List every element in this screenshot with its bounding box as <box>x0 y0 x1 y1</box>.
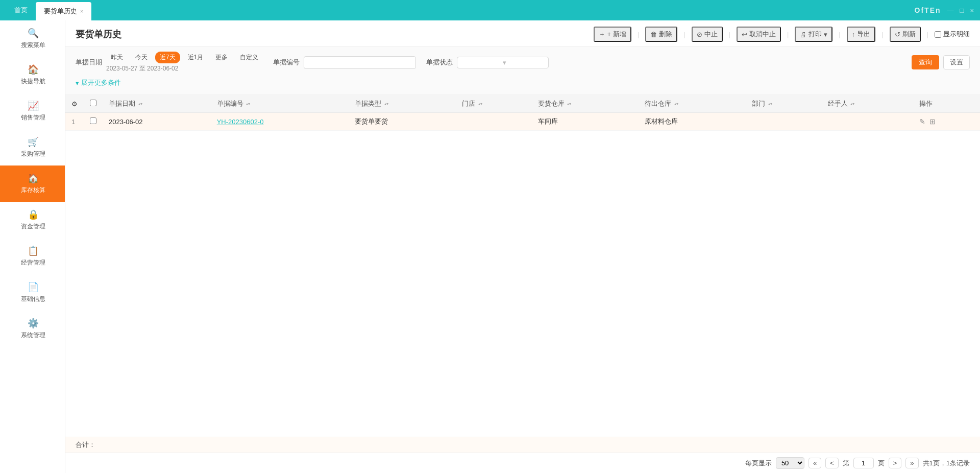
page-suffix: 页 <box>878 459 885 468</box>
delete-button[interactable]: 🗑 删除 <box>645 27 677 42</box>
sidebar-item-inventory[interactable]: 🏠 库存核算 <box>0 165 65 202</box>
tab-history-label: 要货单历史 <box>44 7 77 16</box>
page-label: 第 <box>843 459 849 468</box>
sidebar-item-purchase[interactable]: 🛒 采购管理 <box>0 129 65 165</box>
tab-home-label: 首页 <box>14 6 28 15</box>
col-order-no[interactable]: 单据编号 ▴▾ <box>211 95 349 113</box>
expand-filter-button[interactable]: ▾ 展开更多条件 <box>76 76 970 89</box>
sep5: | <box>839 31 840 38</box>
refresh-button[interactable]: ↺ 刷新 <box>890 27 921 42</box>
date-btn-1month[interactable]: 近1月 <box>183 52 208 63</box>
new-button[interactable]: ＋ + 新增 <box>594 27 631 42</box>
sidebar-item-sales-label: 销售管理 <box>21 113 45 122</box>
sidebar-item-base-info[interactable]: 📄 基础信息 <box>0 274 65 311</box>
stop-button[interactable]: ⊘ 中止 <box>692 27 723 42</box>
top-bar: 首页 要货单历史 × OfTEn — □ × <box>0 0 980 20</box>
print-label: 打印 <box>808 30 822 39</box>
col-order-no-label: 单据编号 <box>217 100 243 107</box>
page-size-select[interactable]: 20 50 100 <box>776 457 804 469</box>
chevron-down-icon: ▾ <box>503 59 544 66</box>
col-checkbox <box>84 95 103 113</box>
row-order-no-link[interactable]: YH-20230602-0 <box>217 118 264 126</box>
sidebar-item-sales[interactable]: 📈 销售管理 <box>0 93 65 129</box>
print-button[interactable]: 🖨 打印 ▾ <box>795 27 832 42</box>
col-type-label: 单据类型 <box>355 100 381 107</box>
date-range-display: 2023-05-27 至 2023-06-02 <box>106 64 263 73</box>
col-handler[interactable]: 经手人 ▴▾ <box>822 95 913 113</box>
settings-button[interactable]: 设置 <box>943 55 970 69</box>
search-icon: 🔍 <box>28 28 39 39</box>
col-settings[interactable]: ⚙ <box>65 95 84 113</box>
sidebar-item-operations-label: 经营管理 <box>21 258 45 267</box>
row-checkbox[interactable] <box>90 117 96 124</box>
home-icon: 🏠 <box>28 64 39 75</box>
sidebar-item-quick-nav[interactable]: 🏠 快捷导航 <box>0 57 65 93</box>
toolbar: ＋ + 新增 | 🗑 删除 | ⊘ 中止 | <box>594 27 970 42</box>
page-number-input[interactable] <box>853 458 874 468</box>
table-footer: 合计： <box>65 437 980 453</box>
sidebar-item-search[interactable]: 🔍 搜索菜单 <box>0 20 65 57</box>
row-edit-icon[interactable]: ✎ <box>919 117 925 126</box>
col-store-label: 门店 <box>462 100 475 107</box>
prev-page-button[interactable]: < <box>825 458 839 468</box>
display-detail-toggle[interactable]: 显示明细 <box>935 30 970 39</box>
select-all-checkbox[interactable] <box>90 100 96 106</box>
display-detail-checkbox[interactable] <box>935 31 941 38</box>
row-delete-icon[interactable]: ⊞ <box>929 117 936 126</box>
col-from-warehouse[interactable]: 要货仓库 ▴▾ <box>532 95 639 113</box>
window-close-icon[interactable]: × <box>970 7 974 14</box>
sep6: | <box>881 31 883 38</box>
order-no-input[interactable] <box>304 56 416 69</box>
last-page-button[interactable]: » <box>905 458 918 468</box>
stop-icon: ⊘ <box>697 31 702 38</box>
cancel-stop-button[interactable]: ↩ 取消中止 <box>737 27 781 42</box>
status-select[interactable]: ▾ <box>457 57 549 68</box>
date-btn-custom[interactable]: 自定义 <box>235 52 263 63</box>
query-button[interactable]: 查询 <box>912 55 939 69</box>
row-department <box>746 113 822 131</box>
expand-icon: ▾ <box>76 79 79 87</box>
row-to-warehouse: 原材料仓库 <box>639 113 746 131</box>
tab-history[interactable]: 要货单历史 × <box>36 2 91 20</box>
window-minimize-icon[interactable]: — <box>947 7 954 14</box>
filter-row-1: 单据日期 昨天 今天 近7天 近1月 更多 自定义 2 <box>76 52 970 73</box>
export-button[interactable]: ↑ 导出 <box>847 27 876 42</box>
date-btn-more[interactable]: 更多 <box>211 52 232 63</box>
filter-action-group: 查询 设置 <box>912 55 970 69</box>
tab-home[interactable]: 首页 <box>6 0 36 20</box>
sort-date-icon: ▴▾ <box>138 102 142 106</box>
row-handler <box>822 113 913 131</box>
col-department[interactable]: 部门 ▴▾ <box>746 95 822 113</box>
sidebar-item-finance[interactable]: 🔒 资金管理 <box>0 202 65 238</box>
tab-close-icon[interactable]: × <box>80 8 83 14</box>
table-header: ⚙ 单据日期 ▴▾ 单据编号 ▴▾ <box>65 95 980 113</box>
sort-dept-icon: ▴▾ <box>768 102 772 106</box>
brand-label: OfTEn <box>915 6 941 14</box>
window-maximize-icon[interactable]: □ <box>960 7 964 14</box>
gear-icon: ⚙️ <box>28 318 39 329</box>
stop-label: 中止 <box>704 30 718 39</box>
col-date[interactable]: 单据日期 ▴▾ <box>103 95 211 113</box>
sep1: | <box>638 31 639 38</box>
first-page-button[interactable]: « <box>808 458 821 468</box>
sidebar-item-operations[interactable]: 📋 经营管理 <box>0 238 65 274</box>
sort-store-icon: ▴▾ <box>478 102 482 106</box>
col-to-warehouse[interactable]: 待出仓库 ▴▾ <box>639 95 746 113</box>
date-btn-7days[interactable]: 近7天 <box>155 52 180 63</box>
page-title: 要货单历史 <box>76 28 121 40</box>
page-content: 要货单历史 ＋ + 新增 | 🗑 删除 | ⊘ <box>65 20 980 473</box>
sidebar-item-system[interactable]: ⚙️ 系统管理 <box>0 311 65 347</box>
row-store <box>456 113 532 131</box>
date-btn-today[interactable]: 今天 <box>131 52 152 63</box>
sep3: | <box>729 31 730 38</box>
date-btn-yesterday[interactable]: 昨天 <box>106 52 128 63</box>
top-bar-right: OfTEn — □ × <box>915 6 974 14</box>
next-page-button[interactable]: > <box>889 458 902 468</box>
table-row: 1 2023-06-02 YH-20230602-0 要货单要货 <box>65 113 980 131</box>
col-type[interactable]: 单据类型 ▴▾ <box>349 95 456 113</box>
sort-fromwh-icon: ▴▾ <box>567 102 571 106</box>
cancel-stop-label: 取消中止 <box>749 30 776 39</box>
export-label: 导出 <box>857 30 870 39</box>
summary-label: 合计： <box>76 440 95 450</box>
col-store[interactable]: 门店 ▴▾ <box>456 95 532 113</box>
